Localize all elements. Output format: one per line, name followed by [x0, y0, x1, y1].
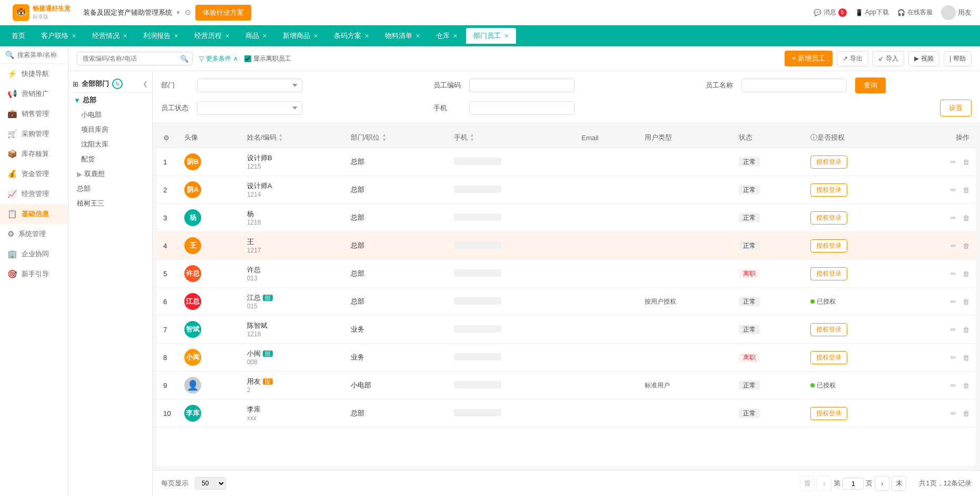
tab-operation-status[interactable]: 经营情况 ✕ — [85, 28, 135, 44]
delete-button[interactable]: 🗑 — [963, 214, 969, 222]
tab-goods[interactable]: 商品 ✕ — [238, 28, 274, 44]
tab-new-goods[interactable]: 新增商品 ✕ — [275, 28, 325, 44]
tab-barcode[interactable]: 条码方案 ✕ — [326, 28, 377, 44]
tab-close-icon[interactable]: ✕ — [174, 33, 179, 40]
import-button[interactable]: ↙ 导入 — [873, 51, 904, 66]
emp-name-input[interactable] — [741, 79, 847, 92]
delete-button[interactable]: 🗑 — [963, 410, 969, 417]
edit-button[interactable]: ✏ — [951, 354, 956, 362]
trial-button[interactable]: 体验行业方案 — [195, 5, 251, 21]
tab-customer[interactable]: 客户联络 ✕ — [34, 28, 84, 44]
tab-close-icon[interactable]: ✕ — [364, 33, 369, 40]
edit-button[interactable]: ✏ — [951, 158, 956, 166]
tab-close-icon[interactable]: ✕ — [313, 33, 318, 40]
tab-close-icon[interactable]: ✕ — [504, 33, 509, 40]
table-settings-icon[interactable]: ⚙ — [163, 134, 170, 142]
next-page-button[interactable]: › — [875, 476, 889, 491]
first-page-button[interactable]: 首 — [800, 476, 815, 491]
delete-button[interactable]: 🗑 — [963, 298, 969, 306]
tab-bom[interactable]: 物料清单 ✕ — [378, 28, 428, 44]
sidebar-item-sales[interactable]: 💼 销售管理 — [0, 104, 68, 124]
sidebar-item-guide[interactable]: 🎯 新手引导 — [0, 264, 68, 284]
search-icon[interactable]: 🔍 — [180, 55, 189, 63]
phone-input[interactable] — [469, 101, 575, 115]
dept-general-header[interactable]: ▼ 总部 — [68, 93, 152, 108]
delete-button[interactable]: 🗑 — [963, 382, 969, 390]
dept-item-shuanglu[interactable]: ▶双鹿想 — [68, 167, 152, 181]
auth-button[interactable]: 授权登录 — [810, 351, 847, 364]
sidebar-item-inventory[interactable]: 📦 库存核算 — [0, 144, 68, 164]
edit-button[interactable]: ✏ — [951, 410, 956, 417]
delete-button[interactable]: 🗑 — [963, 158, 969, 166]
edit-button[interactable]: ✏ — [951, 214, 956, 222]
query-button[interactable]: 查询 — [855, 77, 886, 93]
dept-item-distribution[interactable]: 配货 — [68, 152, 152, 167]
tab-close-icon[interactable]: ✕ — [123, 33, 127, 40]
auth-button[interactable]: 授权登录 — [810, 183, 847, 197]
sidebar-item-finance[interactable]: 💰 资金管理 — [0, 164, 68, 184]
export-button[interactable]: ↗ 导出 — [837, 51, 868, 66]
message-button[interactable]: 💬 消息 5 — [814, 8, 847, 17]
delete-button[interactable]: 🗑 — [963, 270, 969, 278]
edit-button[interactable]: ✏ — [951, 186, 956, 194]
col-dept[interactable]: 部门/职位 ▲▼ — [344, 128, 448, 148]
auth-button[interactable]: 授权登录 — [810, 267, 847, 280]
settings-gear-icon[interactable]: ⚙ — [184, 8, 191, 17]
tab-warehouse[interactable]: 仓库 ✕ — [429, 28, 465, 44]
tab-close-icon[interactable]: ✕ — [225, 33, 230, 40]
show-resigned-checkbox-wrap[interactable]: 显示离职员工 — [244, 54, 291, 63]
emp-status-select[interactable] — [197, 101, 302, 115]
tab-close-icon[interactable]: ✕ — [453, 33, 458, 40]
delete-button[interactable]: 🗑 — [963, 186, 969, 194]
search-input[interactable] — [77, 52, 193, 65]
emp-code-input[interactable] — [469, 79, 575, 92]
sidebar-item-quick[interactable]: ⚡ 快捷导航 — [0, 64, 68, 84]
edit-button[interactable]: ✏ — [951, 242, 956, 250]
edit-button[interactable]: ✏ — [951, 270, 956, 278]
auth-button[interactable]: 授权登录 — [810, 323, 847, 336]
add-employee-button[interactable]: + 新增员工 — [785, 51, 833, 66]
collapse-sidebar-button[interactable]: ❮ — [143, 80, 148, 87]
col-settings[interactable]: ⚙ — [157, 128, 178, 148]
delete-button[interactable]: 🗑 — [963, 326, 969, 334]
tab-employee[interactable]: 部门员工 ✕ — [466, 28, 516, 44]
auth-button[interactable]: 授权登录 — [810, 239, 847, 252]
edit-button[interactable]: ✏ — [951, 326, 956, 334]
col-name[interactable]: 姓名/编码 ▲▼ — [241, 128, 344, 148]
tab-close-icon[interactable]: ✕ — [415, 33, 420, 40]
col-phone[interactable]: 手机 ▲▼ — [448, 128, 575, 148]
refresh-button[interactable]: ↻ — [112, 79, 123, 89]
delete-button[interactable]: 🗑 — [963, 354, 969, 362]
delete-button[interactable]: 🗑 — [963, 242, 969, 250]
sidebar-item-marketing[interactable]: 📢 营销推广 — [0, 84, 68, 104]
video-button[interactable]: ▶ 视频 — [908, 51, 939, 66]
page-size-select[interactable]: 50 100 — [195, 477, 226, 490]
more-filters-button[interactable]: ▽ 更多条件 ∧ — [199, 54, 238, 63]
page-number-input[interactable] — [843, 478, 864, 490]
tab-close-icon[interactable]: ✕ — [262, 33, 267, 40]
sidebar-item-basic[interactable]: 📋 基础信息 — [0, 204, 68, 224]
last-page-button[interactable]: 末 — [892, 476, 906, 491]
online-service-button[interactable]: 🎧 在线客服 — [897, 8, 933, 17]
sidebar-item-enterprise[interactable]: 🏢 企业协同 — [0, 244, 68, 264]
auth-button[interactable]: 授权登录 — [810, 407, 847, 420]
dept-select[interactable] — [197, 79, 302, 92]
auth-button[interactable]: 授权登录 — [810, 155, 847, 169]
sidebar-item-operation[interactable]: 📈 经营管理 — [0, 184, 68, 204]
dept-item-xiaodian[interactable]: 小电部 — [68, 108, 152, 122]
app-download-button[interactable]: 📱 App下载 — [855, 8, 889, 17]
edit-button[interactable]: ✏ — [951, 382, 956, 390]
nav-search-input[interactable] — [17, 51, 60, 59]
reset-button[interactable]: 设置 — [940, 100, 972, 116]
tab-close-icon[interactable]: ✕ — [72, 33, 76, 40]
tab-profit[interactable]: 利润报告 ✕ — [136, 28, 186, 44]
dropdown-arrow-icon[interactable]: ▾ — [176, 8, 180, 16]
prev-page-button[interactable]: ‹ — [817, 476, 831, 491]
sidebar-item-purchase[interactable]: 🛒 采购管理 — [0, 124, 68, 144]
dept-item-general[interactable]: 总部 — [68, 181, 152, 196]
auth-button[interactable]: 授权登录 — [810, 211, 847, 225]
tab-history[interactable]: 经营历程 ✕ — [187, 28, 237, 44]
help-button[interactable]: | 帮助 — [944, 51, 972, 66]
dept-item-shenyang[interactable]: 沈阳大库 — [68, 137, 152, 152]
dept-item-zhishu[interactable]: 植树王三 — [68, 196, 152, 211]
